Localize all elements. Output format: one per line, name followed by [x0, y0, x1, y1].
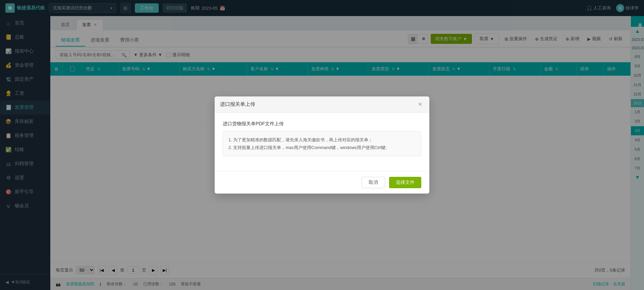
- modal-select-file-btn[interactable]: 选择文件: [389, 177, 421, 188]
- modal-header: 进口报关单上传 ✕: [215, 96, 429, 113]
- modal-close-btn[interactable]: ✕: [416, 100, 424, 108]
- modal-section-title: 进口货物报关单PDF文件上传: [223, 121, 421, 127]
- modal-overlay: 进口报关单上传 ✕ 进口货物报关单PDF文件上传 1. 为了更加精准的数据匹配，…: [0, 0, 644, 290]
- modal-footer: 取消 选择文件: [215, 171, 429, 194]
- modal-title: 进口报关单上传: [220, 101, 255, 107]
- modal-info-item-1: 1. 为了更加精准的数据匹配，请先录入海关缴款书，再上传对应的报关单；: [228, 136, 416, 144]
- import-customs-modal: 进口报关单上传 ✕ 进口货物报关单PDF文件上传 1. 为了更加精准的数据匹配，…: [215, 96, 429, 194]
- modal-cancel-btn[interactable]: 取消: [362, 177, 385, 188]
- modal-info-item-2: 2. 支持批量上传进口报关单，mac用户使用Command键，windows用户…: [228, 144, 416, 151]
- modal-info-box: 1. 为了更加精准的数据匹配，请先录入海关缴款书，再上传对应的报关单； 2. 支…: [223, 131, 421, 157]
- modal-body: 进口货物报关单PDF文件上传 1. 为了更加精准的数据匹配，请先录入海关缴款书，…: [215, 113, 429, 171]
